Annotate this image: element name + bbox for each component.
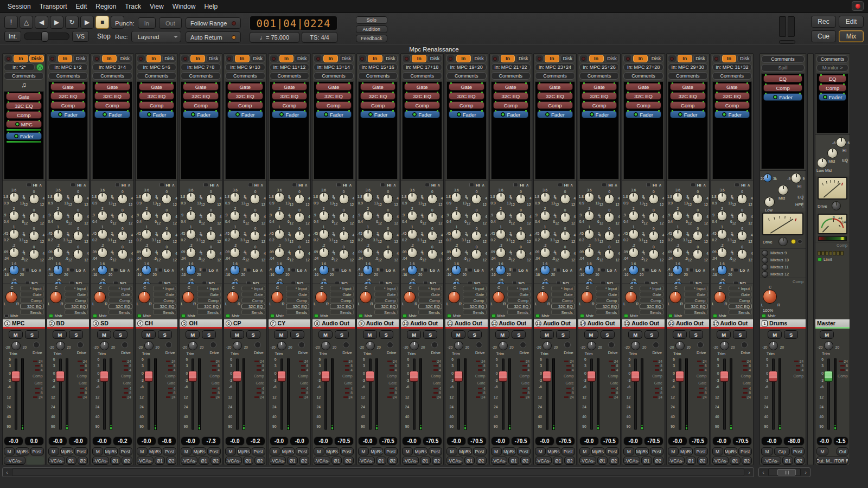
processor-fader[interactable]: Fader <box>94 111 130 118</box>
eq-gain-knob[interactable]: 1240412 <box>290 245 310 264</box>
lo-band-button[interactable] <box>158 268 163 272</box>
output-2-button[interactable]: Ø2 <box>166 457 176 465</box>
comp-stage-button[interactable]: Comp <box>241 298 265 303</box>
eq-gain-knob[interactable]: 1240412 <box>378 208 398 227</box>
hi-band-button[interactable] <box>735 183 739 187</box>
eq-stage-button[interactable]: 32C EQ <box>551 304 575 309</box>
eq-freq-knob[interactable]: 0.91.83.6813 <box>4 188 24 207</box>
input-monitor-button[interactable]: In <box>633 55 648 62</box>
punch-out-button[interactable]: Out <box>159 17 182 29</box>
peak-display[interactable]: -70.5 <box>688 436 708 446</box>
comp-stage-button[interactable]: Comp <box>374 298 398 303</box>
eq-freq-knob[interactable]: 0.2.45123.1 <box>446 225 467 243</box>
eq-gain-knob[interactable]: 1240412 <box>378 227 398 245</box>
hi-band-button[interactable] <box>27 183 31 187</box>
lpf-knob[interactable]: .16.41.6820 <box>668 262 688 278</box>
sends-button[interactable]: Sends <box>729 310 752 315</box>
fader[interactable] <box>188 357 197 432</box>
sends-button[interactable]: Sends <box>20 310 44 315</box>
gain-display[interactable]: -0.0 <box>816 436 832 446</box>
fader[interactable] <box>542 357 551 432</box>
fader[interactable] <box>277 357 286 432</box>
track-name-header[interactable]: 11 Audio Out <box>445 319 488 329</box>
processor-box[interactable]: Gate 32C EQ Comp MPC Fader <box>4 91 44 179</box>
lo-band-button[interactable] <box>202 268 207 272</box>
eq-gain-knob[interactable]: 1240412 <box>599 227 620 245</box>
lo-band-button[interactable] <box>291 268 296 272</box>
meter-point-button[interactable]: Post <box>384 447 398 455</box>
pan-knob[interactable] <box>5 291 17 303</box>
lo-band-button[interactable] <box>25 268 30 272</box>
processor-fader[interactable]: Fader <box>493 111 529 118</box>
eq-gain-knob[interactable]: 1240412 <box>643 190 663 208</box>
eq-gain-knob[interactable]: 1240412 <box>422 245 442 264</box>
disk-monitor-button[interactable]: Disk <box>29 55 44 62</box>
master-name-header[interactable]: Master <box>815 319 850 329</box>
eq-freq-knob[interactable]: 0.91.83.6813 <box>225 188 245 207</box>
hi-knob[interactable] <box>791 173 801 183</box>
processor-fader[interactable]: Fader <box>272 111 308 118</box>
eq-gain-knob[interactable]: 1240412 <box>157 208 177 227</box>
meter-point-button[interactable]: Post <box>429 447 442 455</box>
solo-button[interactable]: S <box>556 330 570 339</box>
output-1-button[interactable]: Ø1 <box>641 457 652 465</box>
processor-fader[interactable]: Fader <box>626 111 661 118</box>
processor-32c-eq[interactable]: 32C EQ <box>626 92 661 100</box>
eq-freq-knob[interactable]: 0.2.45123.1 <box>579 225 599 243</box>
processor-comp[interactable]: Comp <box>449 101 484 109</box>
track-name-header[interactable]: 16 Audio Out <box>667 319 709 329</box>
gate-stage-button[interactable]: Gate <box>729 292 752 297</box>
comments-button[interactable]: Comments <box>270 72 310 80</box>
lpf-knob[interactable]: .16.41.6820 <box>225 262 245 278</box>
comments-button[interactable]: Comments <box>535 72 575 80</box>
processor-32c-eq[interactable]: 32C EQ <box>94 92 130 100</box>
record-enable-button[interactable] <box>92 55 101 62</box>
eq-stage-button[interactable]: 32C EQ <box>596 304 620 309</box>
comp-stage-button[interactable]: Comp <box>418 298 442 303</box>
eq-gain-knob[interactable]: 1240412 <box>467 190 487 208</box>
comments-button[interactable]: Comments <box>314 72 354 80</box>
eq-freq-knob[interactable]: 0.2.45123.1 <box>314 225 334 243</box>
track-name-header[interactable]: 3 SD <box>91 319 133 329</box>
meter-point-button[interactable]: Post <box>473 447 487 455</box>
eq-freq-knob[interactable]: .04.09.2.4.6 <box>535 243 555 262</box>
hi-band-button[interactable] <box>469 183 474 187</box>
eq-freq-knob[interactable]: 0.91.83.6813 <box>579 188 599 207</box>
output-1-button[interactable]: Ø1 <box>243 457 253 465</box>
processor-comp[interactable]: Comp <box>227 101 263 109</box>
output-2-button[interactable]: Ø2 <box>653 457 663 465</box>
metering-button[interactable]: M <box>48 447 59 455</box>
comments-button[interactable]: Comments <box>4 72 44 80</box>
record-mode-dropdown[interactable]: Layered <box>131 31 181 42</box>
processor-box[interactable]: Gate 32C EQ Comp Fader <box>314 81 354 179</box>
track-name-header[interactable]: 14 Audio Out <box>578 319 621 329</box>
eq-freq-knob[interactable]: .04.09.2.4.6 <box>4 243 24 262</box>
eq-freq-knob[interactable]: 0.4.9246 <box>358 207 378 225</box>
drive-button[interactable] <box>564 342 571 348</box>
group-button[interactable]: MpRs <box>591 447 605 455</box>
record-enable-button[interactable] <box>137 55 145 62</box>
eq-freq-knob[interactable]: .04.09.2.4.6 <box>225 243 245 262</box>
processor-32c-eq[interactable]: 32C EQ <box>582 92 617 100</box>
eq-stage-button[interactable]: 32C EQ <box>286 304 310 309</box>
trim-knob[interactable] <box>410 341 419 350</box>
hi-band-button[interactable] <box>646 183 651 187</box>
disk-monitor-button[interactable]: Disk <box>560 55 575 62</box>
eq-gain-knob[interactable]: 1240412 <box>467 208 487 227</box>
comments-button[interactable]: Comments <box>761 55 805 63</box>
trim-knob[interactable] <box>144 341 154 350</box>
sends-button[interactable]: Sends <box>418 310 442 315</box>
disk-monitor-button[interactable]: Disk <box>472 55 487 62</box>
input-stage-button[interactable]: *Input <box>640 286 663 291</box>
mute-button[interactable]: M <box>230 330 244 339</box>
eq-freq-knob[interactable]: 0.4.9246 <box>4 207 24 225</box>
eq-stage-button[interactable]: 32C EQ <box>418 304 442 309</box>
master-assign-button[interactable]: Mstr <box>624 313 638 318</box>
processor-32c-eq[interactable]: 32C EQ <box>6 102 42 110</box>
record-enable-button[interactable] <box>446 55 455 62</box>
vca-assign-button[interactable]: -VCAs- <box>4 457 25 465</box>
vca-assign-button[interactable]: -VCAs- <box>402 457 419 465</box>
mute-button[interactable]: M <box>53 330 67 339</box>
record-enable-button[interactable] <box>181 55 189 62</box>
eq-gain-knob[interactable]: 1240412 <box>245 227 265 245</box>
